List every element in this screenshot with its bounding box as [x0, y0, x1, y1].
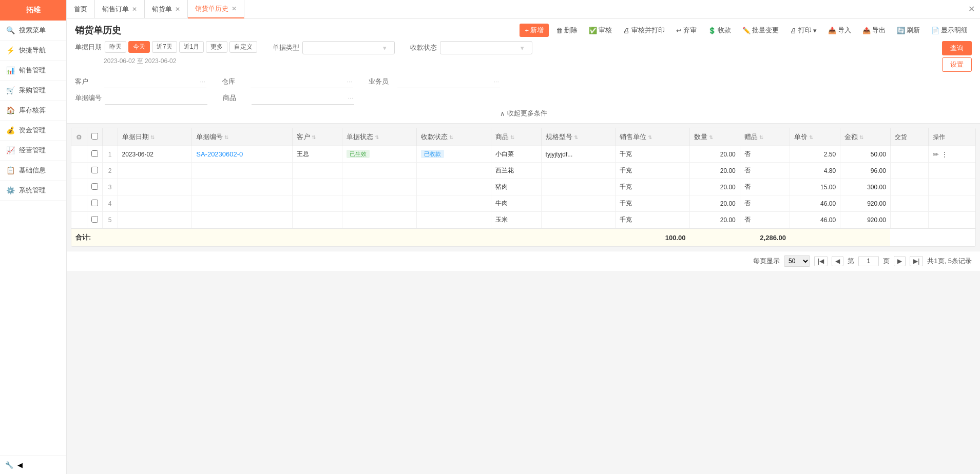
col-customer[interactable]: 客户 — [292, 128, 342, 146]
row-checkbox-4[interactable] — [91, 216, 98, 223]
col-unit-price[interactable]: 单价 — [790, 128, 840, 146]
first-page-button[interactable]: |◀ — [814, 256, 828, 266]
warehouse-input[interactable] — [252, 75, 347, 88]
customer-ellipsis-icon[interactable]: ··· — [200, 77, 205, 85]
new-button[interactable]: + 新增 — [520, 24, 549, 37]
sidebar-item-sales-mgmt[interactable]: 📊 销售管理 — [0, 61, 66, 81]
settings-button[interactable]: 设置 — [942, 57, 972, 72]
select-all-checkbox[interactable] — [91, 133, 98, 140]
col-amount-sort[interactable]: 金额 — [844, 132, 886, 142]
collect-button[interactable]: 💲 收款 — [704, 24, 735, 37]
tab-sales-delivery[interactable]: 销货单 ✕ — [145, 0, 188, 18]
per-page-select[interactable]: 50 20 100 — [784, 255, 810, 267]
import-button[interactable]: 📥 导入 — [824, 24, 855, 37]
export-button[interactable]: 📤 导出 — [858, 24, 890, 37]
page-header: 销货单历史 + 新增 🗑 删除 ✅ 审核 🖨 — [67, 18, 980, 124]
edit-action-icon[interactable]: ✏ — [933, 150, 939, 159]
row-checkbox-2[interactable] — [91, 183, 98, 190]
col-gift[interactable]: 赠品 — [740, 128, 790, 146]
col-doc-no-sort[interactable]: 单据编号 — [196, 132, 288, 142]
sidebar-bottom-icon[interactable]: 🔧 — [5, 461, 13, 469]
customer-input[interactable] — [105, 75, 200, 88]
date-chip-yesterday[interactable]: 昨天 — [105, 41, 126, 53]
col-pay-status-sort[interactable]: 收款状态 — [421, 132, 487, 142]
col-qty[interactable]: 数量 — [690, 128, 740, 146]
col-spec[interactable]: 规格型号 — [541, 128, 616, 146]
row-checkbox-3[interactable] — [91, 200, 98, 206]
row-checkbox-1[interactable] — [91, 167, 98, 173]
date-chip-today[interactable]: 今天 — [128, 41, 150, 53]
audit-button[interactable]: ✅ 审核 — [585, 24, 616, 37]
abandon-button[interactable]: ↩ 弃审 — [672, 24, 701, 37]
col-customer-sort[interactable]: 客户 — [297, 132, 338, 142]
staff-ellipsis-icon[interactable]: ··· — [493, 77, 499, 85]
sidebar-item-quick-nav[interactable]: ⚡ 快捷导航 — [0, 41, 66, 61]
tab-close-sales-delivery-history[interactable]: ✕ — [232, 5, 237, 12]
sidebar-item-operations[interactable]: 📈 经营管理 — [0, 141, 66, 161]
sidebar-item-search-menu[interactable]: 🔍 搜索菜单 — [0, 21, 66, 41]
col-product[interactable]: 商品 — [491, 128, 541, 146]
date-filter-label: 单据日期 — [75, 43, 102, 52]
product-input[interactable] — [253, 92, 348, 104]
doc-no-input[interactable] — [106, 92, 206, 104]
pay-status-dropdown-icon[interactable]: ▾ — [521, 44, 524, 52]
col-product-sort[interactable]: 商品 — [495, 132, 537, 142]
print-button[interactable]: 🖨 打印 ▾ — [786, 24, 821, 37]
row-checkbox-0[interactable] — [91, 150, 98, 157]
sidebar-item-system-mgmt[interactable]: ⚙️ 系统管理 — [0, 181, 66, 201]
doc-type-dropdown-icon[interactable]: ▾ — [383, 44, 387, 52]
tab-bar-close-all[interactable]: ✕ — [963, 4, 980, 14]
tab-close-sales-delivery[interactable]: ✕ — [175, 6, 180, 13]
sidebar-item-purchase-mgmt[interactable]: 🛒 采购管理 — [0, 81, 66, 101]
query-button[interactable]: 查询 — [942, 41, 972, 55]
row-gear-cell — [71, 195, 87, 212]
row-gear-cell — [71, 146, 87, 163]
date-chip-1month[interactable]: 近1月 — [179, 41, 204, 53]
warehouse-ellipsis-icon[interactable]: ··· — [347, 77, 352, 85]
basic-info-icon: 📋 — [6, 166, 15, 174]
col-doc-date-sort[interactable]: 单据日期 — [122, 132, 188, 142]
last-page-button[interactable]: ▶| — [910, 256, 923, 266]
sidebar-item-label-inventory: 库存核算 — [19, 106, 46, 115]
tab-sales-delivery-history[interactable]: 销货单历史 ✕ — [188, 0, 244, 18]
col-doc-date[interactable]: 单据日期 — [118, 128, 192, 146]
date-chip-7days[interactable]: 近7天 — [152, 41, 177, 53]
refresh-button[interactable]: 🔄 刷新 — [893, 24, 924, 37]
sidebar-item-basic-info[interactable]: 📋 基础信息 — [0, 161, 66, 181]
date-chip-custom[interactable]: 自定义 — [229, 41, 257, 53]
tab-home[interactable]: 首页 — [67, 0, 95, 18]
prev-page-button[interactable]: ◀ — [832, 256, 843, 266]
col-sale-unit-sort[interactable]: 销售单位 — [620, 132, 685, 142]
pay-status-input[interactable] — [444, 42, 521, 54]
sidebar-collapse-btn[interactable]: ◀ — [17, 461, 23, 469]
next-page-button[interactable]: ▶ — [894, 256, 906, 266]
col-doc-status[interactable]: 单据状态 — [342, 128, 417, 146]
col-amount[interactable]: 金额 — [840, 128, 891, 146]
sidebar-item-finance[interactable]: 💰 资金管理 — [0, 121, 66, 141]
staff-input[interactable] — [398, 75, 493, 88]
col-gift-sort[interactable]: 赠品 — [744, 132, 786, 142]
table-gear-icon[interactable]: ⚙ — [76, 133, 82, 141]
product-ellipsis-icon[interactable]: ··· — [348, 94, 353, 102]
delete-button[interactable]: 🗑 删除 — [552, 24, 582, 37]
col-doc-status-sort[interactable]: 单据状态 — [347, 132, 412, 142]
audit-print-button[interactable]: 🖨 审核并打印 — [619, 24, 669, 37]
tab-sales-order[interactable]: 销售订单 ✕ — [95, 0, 145, 18]
col-doc-no[interactable]: 单据编号 — [192, 128, 293, 146]
col-unit-price-sort[interactable]: 单价 — [794, 132, 836, 142]
page-num-input[interactable] — [858, 256, 879, 266]
more-action-icon[interactable]: ⋮ — [941, 150, 948, 159]
show-details-button[interactable]: 📄 显示明细 — [927, 24, 972, 37]
col-pay-status[interactable]: 收款状态 — [417, 128, 491, 146]
collapse-button[interactable]: ∧ 收起更多条件 — [75, 107, 972, 120]
doc-type-input[interactable] — [306, 42, 383, 54]
tab-close-sales-order[interactable]: ✕ — [132, 6, 137, 13]
date-chip-more[interactable]: 更多 — [206, 41, 227, 53]
sidebar-item-inventory[interactable]: 🏠 库存核算 — [0, 101, 66, 121]
row-gear-cell — [71, 212, 87, 229]
batch-change-button[interactable]: ✏️ 批量变更 — [738, 24, 783, 37]
col-sale-unit[interactable]: 销售单位 — [616, 128, 690, 146]
col-qty-sort[interactable]: 数量 — [694, 132, 736, 142]
row-doc-no-link[interactable]: SA-20230602-0 — [196, 150, 243, 158]
col-spec-sort[interactable]: 规格型号 — [546, 132, 611, 142]
